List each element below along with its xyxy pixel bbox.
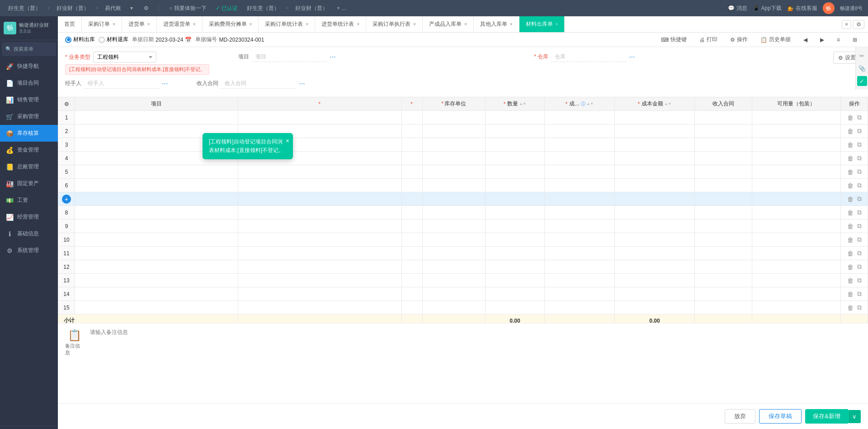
warehouse-input[interactable] [551, 52, 626, 62]
grid-view-btn[interactable]: ⊞ [849, 35, 861, 44]
message-btn[interactable]: 💬 消息 [728, 5, 747, 12]
tab-close-all-btn[interactable]: × [842, 20, 851, 29]
sidebar-item-inventory[interactable]: 📦 库存核算 [0, 125, 58, 142]
row-copy-btn[interactable]: ⧉ [856, 126, 863, 136]
tab-purchase-exec[interactable]: 采购订单执行表 × [366, 16, 423, 33]
row-project[interactable] [75, 111, 238, 124]
row-unit[interactable] [422, 152, 485, 165]
row-delete-btn[interactable]: 🗑 [846, 290, 854, 299]
tab-close-icon[interactable]: × [306, 22, 308, 27]
history-btn[interactable]: 📋 历史单据 [757, 34, 794, 45]
project-input[interactable] [252, 52, 327, 62]
row-spec[interactable] [401, 138, 422, 152]
tab-product-in[interactable]: 产成品入库单 × [423, 16, 474, 33]
add-row-col9[interactable] [752, 192, 840, 206]
tab-material-out[interactable]: 材料出库单 × [519, 16, 565, 33]
global-link-gear[interactable]: ⚙ [141, 4, 151, 12]
add-row-col4[interactable] [422, 192, 485, 206]
discard-btn[interactable]: 放弃 [725, 409, 755, 424]
calendar-icon[interactable]: 📅 [185, 37, 192, 43]
row-available[interactable] [752, 124, 840, 138]
radio-material-out[interactable]: 材料出库 [65, 36, 95, 43]
row-delete-btn[interactable]: 🗑 [846, 154, 854, 163]
row-income-contract[interactable] [695, 138, 752, 152]
row-copy-btn[interactable]: ⧉ [856, 262, 863, 272]
tab-purchase-stats[interactable]: 采购订单统计表 × [259, 16, 315, 33]
warehouse-more-btn[interactable]: ··· [629, 53, 635, 61]
user-avatar[interactable]: 畅 [823, 2, 835, 14]
tab-close-icon[interactable]: × [464, 22, 467, 27]
shortcut-btn[interactable]: ⌨ 快捷键 [657, 34, 690, 45]
row-delete-btn[interactable]: 🗑 [846, 262, 854, 272]
row-cost-amount[interactable] [614, 165, 695, 179]
list-view-btn[interactable]: ≡ [833, 35, 844, 44]
row-income-contract[interactable] [695, 152, 752, 165]
sidebar-item-purchase[interactable]: 🛒 采购管理 [0, 108, 58, 125]
row-spec[interactable] [401, 124, 422, 138]
row-qty[interactable] [485, 165, 544, 179]
notes-input[interactable] [90, 329, 861, 335]
tab-purchase-return[interactable]: 进货退货单 × [157, 16, 203, 33]
row-delete-btn[interactable]: 🗑 [846, 140, 854, 149]
row-project[interactable] [75, 179, 238, 192]
next-btn[interactable]: ▶ [816, 35, 828, 44]
income-contract-input[interactable] [221, 78, 296, 89]
row-unit[interactable] [422, 111, 485, 124]
row-delete-btn[interactable]: 🗑 [846, 208, 854, 217]
col-settings-header[interactable]: ⚙ [58, 97, 75, 111]
row-copy-btn[interactable]: ⧉ [856, 303, 863, 312]
row-spec[interactable] [401, 111, 422, 124]
sidebar-item-quick-nav[interactable]: 🚀 快捷导航 [0, 58, 58, 75]
row-delete-btn[interactable]: 🗑 [846, 235, 854, 244]
tab-other-in[interactable]: 其他入库单 × [474, 16, 519, 33]
search-menu-btn[interactable]: 🔍 搜索菜单 [2, 42, 56, 56]
row-cost[interactable] [545, 165, 615, 179]
row-copy-btn[interactable]: ⧉ [856, 140, 863, 149]
global-link-good-finance[interactable]: 好业财（普） [54, 4, 92, 13]
income-contract-more-btn[interactable]: ··· [299, 80, 305, 88]
tab-close-icon[interactable]: × [357, 22, 359, 27]
global-link-good-biz[interactable]: 好生意（普） [5, 4, 43, 13]
save-new-dropdown-btn[interactable]: ∨ [848, 410, 861, 423]
row-unit[interactable] [422, 179, 485, 192]
add-row-col3[interactable] [401, 192, 422, 206]
row-available[interactable] [752, 138, 840, 152]
add-row-col5[interactable] [485, 192, 544, 206]
row-available[interactable] [752, 152, 840, 165]
right-panel-edit-btn[interactable]: ✏ [857, 51, 867, 61]
row-delete-btn[interactable]: 🗑 [846, 303, 854, 312]
tab-settings-btn[interactable]: ⚙ [853, 20, 864, 29]
row-delete-btn[interactable]: 🗑 [846, 222, 854, 231]
project-more-btn[interactable]: ··· [330, 53, 335, 61]
sidebar-item-assets[interactable]: 🏭 固定资产 [0, 175, 58, 192]
row-delete-btn[interactable]: 🗑 [846, 113, 854, 122]
row-qty[interactable] [485, 179, 544, 192]
tab-purchase-order[interactable]: 采购订单 × [82, 16, 122, 33]
row-income-contract[interactable] [695, 165, 752, 179]
add-row-col7[interactable] [614, 192, 695, 206]
row-available[interactable] [752, 179, 840, 192]
tab-close-icon[interactable]: × [147, 22, 150, 27]
add-row-col6[interactable] [545, 192, 615, 206]
row-cost[interactable] [545, 138, 615, 152]
global-link-more[interactable]: + ... [334, 4, 349, 12]
sidebar-item-finance[interactable]: 💰 资金管理 [0, 142, 58, 158]
row-delete-btn[interactable]: 🗑 [846, 181, 854, 190]
tab-close-icon[interactable]: × [113, 22, 115, 27]
row-cost[interactable] [545, 152, 615, 165]
row-unit[interactable] [422, 165, 485, 179]
tab-close-icon[interactable]: × [556, 22, 558, 27]
handler-input[interactable] [84, 78, 159, 89]
row-income-contract[interactable] [695, 179, 752, 192]
row-material[interactable] [238, 111, 401, 124]
add-row-btn[interactable]: + [62, 195, 71, 204]
print-btn[interactable]: 🖨 打印 [696, 34, 721, 45]
global-link-trial[interactable]: ○ 我要体验一下 [166, 4, 209, 13]
prev-btn[interactable]: ◀ [800, 35, 811, 44]
row-copy-btn[interactable]: ⧉ [856, 248, 863, 258]
row-spec[interactable] [401, 165, 422, 179]
right-panel-verify-btn[interactable]: ✓ [857, 76, 867, 86]
add-row-input-1[interactable] [75, 192, 238, 206]
row-qty[interactable] [485, 111, 544, 124]
row-copy-btn[interactable]: ⧉ [856, 181, 863, 190]
